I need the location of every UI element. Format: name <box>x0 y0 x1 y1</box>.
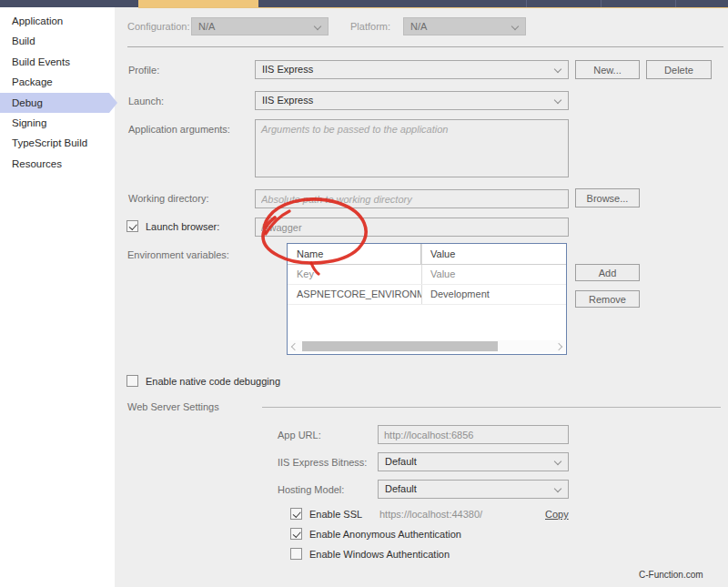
section-divider <box>262 407 721 408</box>
enable-native-debugging-checkbox[interactable] <box>126 375 138 387</box>
anonymous-auth-label: Enable Anonymous Authentication <box>309 529 461 540</box>
platform-label: Platform: <box>350 21 390 32</box>
hosting-model-value: Default <box>385 483 417 494</box>
chevron-down-icon <box>554 66 561 73</box>
copy-ssl-url-link[interactable]: Copy <box>545 509 569 520</box>
sidebar-item-typescript-build[interactable]: TypeScript Build <box>0 133 115 153</box>
table-row[interactable]: ASPNETCORE_ENVIRONMENT Development <box>288 284 566 305</box>
launch-browser-url-input[interactable] <box>255 218 569 237</box>
chevron-down-icon <box>554 96 561 104</box>
active-document-tab[interactable] <box>138 0 258 7</box>
browse-button[interactable]: Browse... <box>575 188 640 207</box>
properties-sidebar: Application Build Build Events Package D… <box>0 7 115 587</box>
configuration-dropdown[interactable]: N/A <box>191 17 329 35</box>
column-header-name[interactable]: Name <box>288 244 421 264</box>
profile-dropdown[interactable]: IIS Express <box>255 60 569 79</box>
sidebar-item-build[interactable]: Build <box>0 31 115 51</box>
launch-browser-checkbox[interactable] <box>126 220 138 232</box>
env-name-cell[interactable]: ASPNETCORE_ENVIRONMENT <box>288 284 421 304</box>
anonymous-auth-checkbox[interactable] <box>290 528 302 540</box>
hosting-model-label: Hosting Model: <box>278 484 344 495</box>
watermark-text: C-Function.com <box>639 570 703 580</box>
launch-browser-label: Launch browser: <box>146 221 219 232</box>
scrollbar-thumb[interactable] <box>302 341 498 351</box>
enable-ssl-label: Enable SSL <box>309 509 362 520</box>
configuration-value: N/A <box>198 21 215 32</box>
horizontal-scrollbar[interactable] <box>288 340 565 352</box>
sidebar-item-package[interactable]: Package <box>0 72 115 92</box>
platform-dropdown[interactable]: N/A <box>403 17 526 35</box>
section-divider <box>127 46 723 47</box>
ssl-url-text: https://localhost:44380/ <box>379 509 482 520</box>
table-row[interactable]: Key Value <box>288 264 566 285</box>
chevron-down-icon <box>554 485 561 492</box>
app-url-input[interactable] <box>378 425 569 444</box>
checkmark-icon <box>129 222 137 230</box>
working-directory-input[interactable] <box>255 189 569 208</box>
add-variable-button[interactable]: Add <box>575 264 640 281</box>
scroll-left-icon[interactable] <box>291 343 298 350</box>
enable-native-debugging-label: Enable native code debugging <box>146 376 280 387</box>
selection-arrow <box>109 93 117 113</box>
new-profile-button[interactable]: New... <box>575 60 640 79</box>
iis-express-bitness-dropdown[interactable]: Default <box>378 452 569 471</box>
iis-express-bitness-label: IIS Express Bitness: <box>278 457 367 468</box>
tab-separator <box>675 0 676 7</box>
launch-label: Launch: <box>128 96 164 106</box>
active-tab-underline <box>138 7 728 8</box>
environment-variables-table[interactable]: Name Value Key Value ASPNETCORE_ENVIRONM… <box>287 243 567 355</box>
profile-value: IIS Express <box>262 64 313 75</box>
platform-value: N/A <box>410 21 427 32</box>
launch-dropdown[interactable]: IIS Express <box>255 91 569 110</box>
sidebar-item-application[interactable]: Application <box>0 11 115 31</box>
debug-properties-page: Application Build Build Events Package D… <box>0 0 728 587</box>
chevron-down-icon <box>314 23 321 30</box>
document-tab-bar <box>0 0 728 7</box>
sidebar-item-signing[interactable]: Signing <box>0 113 115 133</box>
configuration-label: Configuration: <box>127 21 190 32</box>
hosting-model-dropdown[interactable]: Default <box>378 480 569 499</box>
chevron-down-icon <box>511 23 519 30</box>
env-value-cell[interactable]: Value <box>421 264 566 284</box>
app-url-label: App URL: <box>278 430 321 440</box>
web-server-settings-title: Web Server Settings <box>127 401 219 412</box>
sidebar-item-build-events[interactable]: Build Events <box>0 52 115 72</box>
sidebar-item-label: Debug <box>12 97 43 108</box>
sidebar-item-resources[interactable]: Resources <box>0 154 115 174</box>
environment-variables-label: Environment variables: <box>127 249 229 260</box>
application-arguments-input[interactable] <box>255 119 569 177</box>
application-arguments-label: Application arguments: <box>128 124 230 135</box>
table-header-row: Name Value <box>288 244 566 265</box>
profile-label: Profile: <box>128 65 159 76</box>
windows-auth-checkbox[interactable] <box>290 548 302 560</box>
env-value-cell[interactable]: Development <box>421 284 566 304</box>
launch-value: IIS Express <box>262 95 313 106</box>
delete-profile-button[interactable]: Delete <box>646 60 712 79</box>
scroll-right-icon[interactable] <box>555 343 562 350</box>
sidebar-item-debug[interactable]: Debug <box>0 93 109 113</box>
iis-express-bitness-value: Default <box>385 456 417 467</box>
tab-separator <box>601 0 602 7</box>
enable-ssl-checkbox[interactable] <box>290 508 302 520</box>
tab-separator <box>526 0 527 7</box>
checkmark-icon <box>293 530 301 538</box>
column-header-value[interactable]: Value <box>421 244 566 264</box>
checkmark-icon <box>293 510 301 518</box>
windows-auth-label: Enable Windows Authentication <box>309 549 450 560</box>
remove-variable-button[interactable]: Remove <box>575 290 640 308</box>
working-directory-label: Working directory: <box>128 193 208 204</box>
env-name-cell[interactable]: Key <box>288 264 421 284</box>
chevron-down-icon <box>554 458 561 465</box>
